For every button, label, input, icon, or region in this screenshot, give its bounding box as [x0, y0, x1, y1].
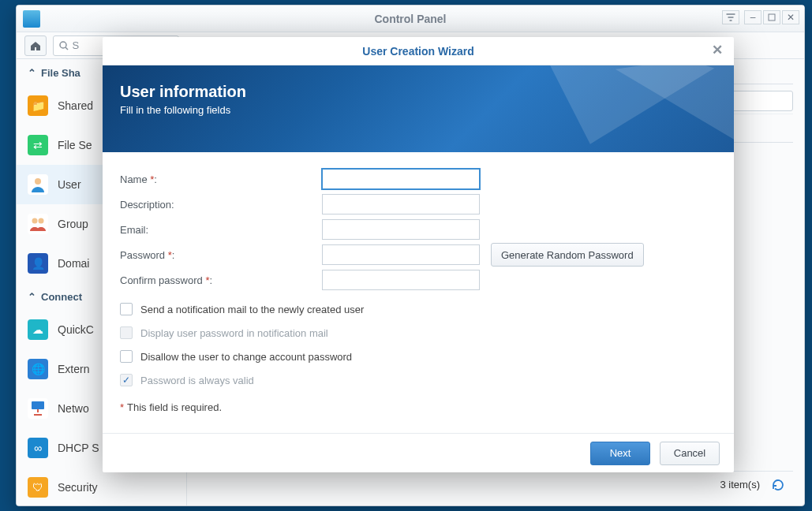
- domain-icon: 👤: [28, 253, 48, 274]
- maximize-button[interactable]: [763, 10, 780, 24]
- window-title: Control Panel: [374, 13, 446, 25]
- sidebar-item-label: Security: [58, 481, 98, 494]
- wizard-footer: Next Cancel: [103, 433, 734, 472]
- home-button[interactable]: [24, 35, 47, 56]
- chevron-up-icon: ⌃: [28, 291, 36, 303]
- name-input[interactable]: [322, 169, 480, 189]
- svg-point-4: [39, 218, 44, 224]
- titlebar: Control Panel – ✕: [17, 6, 804, 32]
- sidebar-item-label: File Se: [58, 139, 92, 151]
- wizard-form: Name *: Description: Email: Password *: …: [103, 152, 734, 433]
- cancel-button[interactable]: Cancel: [660, 442, 720, 465]
- sidebar-item-label: Group: [58, 218, 88, 230]
- password-label: Password *:: [120, 249, 322, 261]
- sidebar-section-label: Connect: [41, 291, 82, 303]
- checkbox-icon: [120, 303, 133, 315]
- close-button[interactable]: ✕: [782, 10, 799, 24]
- wizard-title: User Creation Wizard: [362, 45, 473, 58]
- cloud-icon: ☁: [28, 319, 48, 340]
- showpw-checkbox: Display user password in notification ma…: [120, 321, 717, 345]
- confirm-password-input[interactable]: [322, 270, 480, 290]
- svg-rect-0: [769, 14, 775, 21]
- globe-icon: 🌐: [28, 359, 48, 379]
- dhcp-icon: ∞: [28, 438, 48, 458]
- generate-password-button[interactable]: Generate Random Password: [491, 243, 644, 267]
- checkbox-label: Disallow the user to change account pass…: [140, 351, 352, 363]
- shield-icon: 🛡: [28, 477, 48, 498]
- minimize-button[interactable]: –: [744, 10, 761, 24]
- description-input[interactable]: [322, 194, 480, 214]
- confirm-password-label: Confirm password *:: [120, 274, 322, 286]
- wizard-close-button[interactable]: ✕: [710, 43, 724, 58]
- always-valid-checkbox: Password is always valid: [120, 368, 717, 392]
- checkbox-icon: [120, 374, 133, 386]
- folder-icon: 📁: [28, 95, 48, 116]
- sidebar-item-label: DHCP S: [58, 442, 99, 454]
- sidebar-item-label: Domai: [58, 257, 89, 270]
- disallow-change-checkbox[interactable]: Disallow the user to change account pass…: [120, 345, 717, 368]
- checkbox-label: Password is always valid: [140, 375, 254, 386]
- email-label: Email:: [120, 224, 322, 236]
- checkbox-label: Send a notification mail to the newly cr…: [140, 304, 364, 315]
- svg-rect-5: [32, 401, 44, 409]
- name-label: Name *:: [120, 173, 322, 185]
- sidebar-section-label: File Sha: [41, 67, 80, 79]
- refresh-button[interactable]: [771, 478, 785, 492]
- svg-point-1: [60, 42, 66, 48]
- sidebar-item-security[interactable]: 🛡 Security: [17, 468, 186, 505]
- filter-icon[interactable]: [722, 10, 739, 24]
- checkbox-icon: [120, 350, 133, 363]
- wizard-titlebar: User Creation Wizard ✕: [103, 37, 734, 65]
- checkbox-icon: [120, 326, 133, 339]
- sidebar-item-label: Extern: [58, 363, 89, 375]
- user-creation-wizard: User Creation Wizard ✕ User information …: [103, 37, 734, 472]
- file-services-icon: ⇄: [28, 135, 48, 155]
- wizard-subtitle: Fill in the following fields: [120, 104, 717, 116]
- sidebar-item-label: Netwo: [58, 402, 89, 415]
- user-icon: [28, 174, 48, 195]
- sidebar-item-label: User: [58, 178, 81, 191]
- network-icon: [28, 398, 48, 419]
- chevron-up-icon: ⌃: [28, 67, 36, 79]
- sidebar-item-label: Shared: [58, 99, 93, 112]
- app-icon: [23, 10, 40, 28]
- item-count: 3 item(s): [720, 479, 760, 490]
- password-input[interactable]: [322, 244, 480, 265]
- required-note: *This field is required.: [120, 401, 717, 413]
- checkbox-label: Display user password in notification ma…: [140, 327, 328, 339]
- sidebar-item-label: QuickC: [58, 323, 94, 336]
- description-label: Description:: [120, 199, 322, 211]
- wizard-banner: User information Fill in the following f…: [103, 65, 734, 152]
- next-button[interactable]: Next: [590, 442, 650, 465]
- wizard-heading: User information: [120, 83, 717, 101]
- content-footer: 3 item(s): [198, 471, 793, 498]
- svg-point-3: [32, 218, 38, 224]
- search-icon: [58, 40, 69, 51]
- notify-checkbox[interactable]: Send a notification mail to the newly cr…: [120, 297, 717, 321]
- svg-point-2: [35, 178, 41, 185]
- group-icon: [28, 214, 48, 234]
- email-input[interactable]: [322, 219, 480, 240]
